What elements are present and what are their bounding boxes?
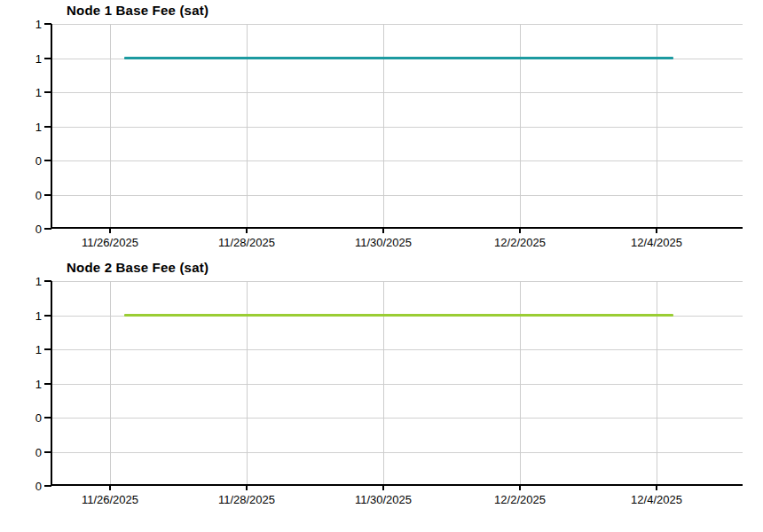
chart-title: Node 2 Base Fee (sat): [67, 260, 208, 275]
y-tick-mark: [44, 348, 51, 350]
chart-title: Node 1 Base Fee (sat): [67, 3, 208, 18]
y-gridline: [52, 160, 743, 161]
x-gridline: [110, 24, 111, 227]
y-tick-label: 1: [20, 344, 42, 356]
x-gridline: [657, 24, 657, 227]
chart-node-1-base-fee: Node 1 Base Fee (sat) 111100011/26/20251…: [0, 0, 763, 257]
x-tick-label: 11/30/2025: [343, 236, 423, 249]
x-tick-label: 12/2/2025: [480, 493, 560, 506]
y-tick-label: 1: [20, 19, 42, 30]
x-tick-mark: [519, 484, 521, 490]
y-gridline: [52, 127, 743, 128]
y-tick-mark: [44, 58, 51, 59]
series-line-node-1-base-fee: [124, 57, 673, 59]
x-tick-mark: [109, 484, 111, 490]
y-tick-mark: [44, 280, 51, 282]
x-tick-mark: [246, 484, 248, 490]
y-gridline: [52, 384, 743, 385]
x-tick-label: 11/30/2025: [343, 493, 423, 506]
x-tick-mark: [382, 227, 384, 233]
y-tick-label: 0: [20, 447, 42, 458]
y-tick-label: 1: [20, 121, 42, 133]
x-tick-label: 12/4/2025: [617, 493, 696, 506]
x-tick-mark: [519, 227, 521, 233]
x-tick-label: 12/2/2025: [480, 236, 560, 249]
y-tick-mark: [44, 160, 51, 161]
y-tick-label: 1: [20, 53, 42, 65]
y-gridline: [52, 195, 743, 196]
y-tick-label: 0: [20, 412, 42, 424]
x-tick-mark: [656, 227, 657, 233]
y-tick-mark: [44, 23, 51, 25]
x-gridline: [520, 281, 521, 484]
y-tick-mark: [44, 194, 51, 196]
x-tick-mark: [246, 227, 248, 233]
y-tick-mark: [44, 417, 51, 419]
y-tick-label: 1: [20, 276, 42, 287]
chart-node-2-base-fee: Node 2 Base Fee (sat) 111100011/26/20251…: [0, 257, 763, 514]
y-tick-mark: [44, 485, 51, 487]
x-gridline: [383, 24, 384, 227]
y-tick-mark: [44, 91, 51, 93]
y-tick-mark: [44, 126, 51, 128]
y-tick-label: 1: [20, 87, 42, 98]
y-tick-label: 0: [20, 155, 42, 167]
plot-area: 111100011/26/202511/28/202511/30/202512/…: [51, 281, 743, 486]
y-tick-label: 0: [20, 190, 42, 201]
y-tick-mark: [44, 383, 51, 385]
y-tick-mark: [44, 228, 51, 230]
y-tick-label: 1: [20, 310, 42, 322]
y-tick-mark: [44, 315, 51, 317]
x-gridline: [110, 281, 111, 484]
x-tick-mark: [382, 484, 384, 490]
y-tick-label: 0: [20, 223, 42, 235]
x-gridline: [520, 24, 521, 227]
y-tick-label: 0: [20, 481, 42, 492]
y-gridline: [52, 418, 743, 419]
x-gridline: [247, 24, 248, 227]
y-gridline: [52, 24, 743, 25]
x-gridline: [247, 281, 248, 484]
x-tick-label: 11/28/2025: [207, 236, 287, 249]
x-gridline: [657, 281, 657, 484]
y-gridline: [52, 281, 743, 282]
y-tick-mark: [44, 451, 51, 453]
y-gridline: [52, 452, 743, 453]
x-tick-label: 11/26/2025: [70, 493, 150, 506]
x-gridline: [383, 281, 384, 484]
x-tick-label: 11/26/2025: [70, 236, 150, 249]
y-gridline: [52, 349, 743, 350]
series-line-node-2-base-fee: [124, 314, 673, 317]
y-gridline: [52, 92, 743, 93]
plot-area: 111100011/26/202511/28/202511/30/202512/…: [51, 24, 743, 229]
dual-chart-page: { "page": { "background_color": "#ffffff…: [0, 0, 763, 532]
x-tick-label: 11/28/2025: [207, 493, 287, 506]
x-tick-mark: [109, 227, 111, 233]
x-tick-mark: [656, 484, 657, 490]
y-tick-label: 1: [20, 379, 42, 390]
x-tick-label: 12/4/2025: [617, 236, 696, 249]
